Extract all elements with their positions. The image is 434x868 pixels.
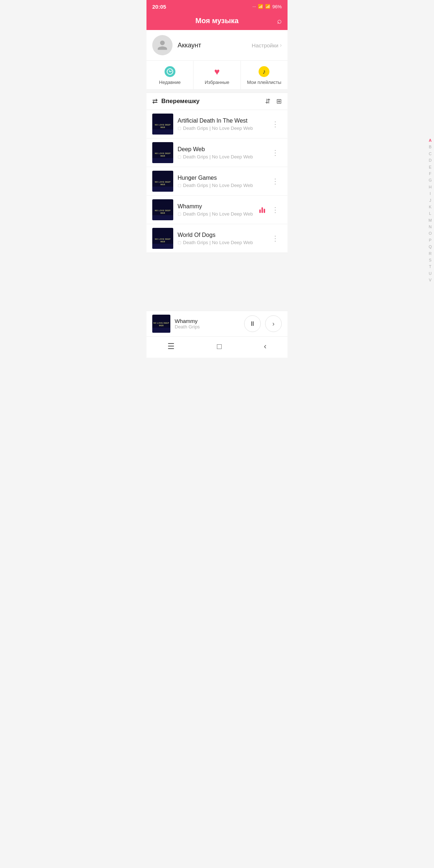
settings-link[interactable]: Настройки › xyxy=(252,42,282,48)
song-meta-text: Death Grips | No Love Deep Web xyxy=(183,125,253,131)
user-icon xyxy=(157,39,168,51)
music-note-icon: ♪ xyxy=(259,66,269,77)
song-meta-text: Death Grips | No Love Deep Web xyxy=(183,211,253,217)
avatar xyxy=(152,35,173,55)
recent-tab-label: Недавние xyxy=(159,80,181,85)
tab-playlists[interactable]: ♪ Мои плейлисты xyxy=(241,61,288,89)
playlists-tab-icon: ♪ xyxy=(258,66,270,77)
clock-icon xyxy=(165,66,175,77)
wifi-icon: 📶 xyxy=(258,4,263,9)
song-meta-icon: ▢ xyxy=(178,212,181,216)
now-playing-title: Whammy xyxy=(175,318,244,324)
song-artwork: NO LOVE DEEP WEB xyxy=(152,228,173,249)
song-meta-icon: ▢ xyxy=(178,154,181,159)
tab-recent[interactable]: Недавние xyxy=(146,61,193,89)
song-meta: ▢ Death Grips | No Love Deep Web xyxy=(178,183,269,188)
home-button[interactable]: □ xyxy=(210,340,229,353)
favorites-tab-icon: ♥ xyxy=(211,66,223,77)
song-more-button[interactable]: ⋮ xyxy=(269,147,282,158)
song-item-1[interactable]: NO LOVE DEEP WEB Artificial Death In The… xyxy=(146,110,288,139)
song-title: World Of Dogs xyxy=(178,232,269,238)
heart-icon: ♥ xyxy=(214,67,220,76)
menu-button[interactable]: ☰ xyxy=(160,340,182,353)
song-more-button[interactable]: ⋮ xyxy=(269,118,282,130)
signal-icon: 📶 xyxy=(265,4,271,9)
playing-indicator xyxy=(259,207,265,213)
search-icon[interactable]: ⌕ xyxy=(277,16,282,26)
song-more-button[interactable]: ⋮ xyxy=(269,233,282,244)
song-artwork: NO LOVE DEEP WEB xyxy=(152,114,173,135)
pause-button[interactable]: ⏸ xyxy=(244,315,261,332)
back-button[interactable]: ‹ xyxy=(256,340,273,353)
song-item-4[interactable]: NO LOVE DEEP WEB Whammy ▢ Death Grips | … xyxy=(146,196,288,224)
shuffle-icon[interactable]: ⇄ xyxy=(152,97,158,105)
shuffle-label: Вперемешку xyxy=(161,98,265,105)
sort-icon[interactable]: ⇵ xyxy=(265,97,271,105)
song-meta-text: Death Grips | No Love Deep Web xyxy=(183,240,253,245)
favorites-tab-label: Избранные xyxy=(205,80,229,85)
song-info: Artificial Death In The West ▢ Death Gri… xyxy=(178,118,269,131)
song-meta-icon: ▢ xyxy=(178,126,181,131)
account-name: Аккаунт xyxy=(178,42,252,49)
song-info: Deep Web ▢ Death Grips | No Love Deep We… xyxy=(178,146,269,159)
status-time: 20:05 xyxy=(152,4,166,10)
song-title: Deep Web xyxy=(178,146,269,153)
next-button[interactable]: › xyxy=(265,315,282,332)
account-section: Аккаунт Настройки › xyxy=(146,30,288,61)
battery-icon: 96% xyxy=(272,4,282,9)
song-item-5[interactable]: NO LOVE DEEP WEB World Of Dogs ▢ Death G… xyxy=(146,224,288,253)
song-title: Hunger Games xyxy=(178,175,269,181)
song-info: World Of Dogs ▢ Death Grips | No Love De… xyxy=(178,232,269,245)
song-title: Artificial Death In The West xyxy=(178,118,269,124)
app-header: Моя музыка ⌕ xyxy=(146,13,288,30)
song-artwork: NO LOVE DEEP WEB xyxy=(152,142,173,163)
recent-tab-icon xyxy=(164,66,176,77)
toolbar: ⇄ Вперемешку ⇵ ⊞ xyxy=(146,93,288,110)
song-more-button[interactable]: ⋮ xyxy=(269,204,282,216)
now-playing-info: Whammy Death Grips xyxy=(175,318,244,329)
song-meta: ▢ Death Grips | No Love Deep Web xyxy=(178,211,259,217)
grid-icon[interactable]: ⊞ xyxy=(276,97,282,105)
song-meta-icon: ▢ xyxy=(178,183,181,188)
song-meta-text: Death Grips | No Love Deep Web xyxy=(183,183,253,188)
song-info: Whammy ▢ Death Grips | No Love Deep Web xyxy=(178,203,259,217)
song-artwork: NO LOVE DEEP WEB xyxy=(152,199,173,220)
page-title: Моя музыка xyxy=(195,17,238,25)
battery-level: 96% xyxy=(272,4,282,9)
now-playing-artwork: NO LOVE DEEP WEB xyxy=(152,315,170,333)
now-playing-bar: NO LOVE DEEP WEB Whammy Death Grips ⏸ › xyxy=(146,311,288,336)
settings-label: Настройки xyxy=(252,42,278,48)
song-title: Whammy xyxy=(178,203,259,210)
song-info: Hunger Games ▢ Death Grips | No Love Dee… xyxy=(178,175,269,188)
song-meta: ▢ Death Grips | No Love Deep Web xyxy=(178,125,269,131)
playback-controls: ⏸ › xyxy=(244,315,282,332)
song-meta: ▢ Death Grips | No Love Deep Web xyxy=(178,240,269,245)
song-artwork: NO LOVE DEEP WEB xyxy=(152,171,173,192)
empty-space xyxy=(146,253,288,311)
song-meta-icon: ▢ xyxy=(178,240,181,245)
tab-favorites[interactable]: ♥ Избранные xyxy=(193,61,241,89)
chevron-right-icon: › xyxy=(280,42,282,48)
bottom-nav: ☰ □ ‹ xyxy=(146,336,288,358)
signal-dots-icon: ··· xyxy=(252,4,256,9)
song-meta-text: Death Grips | No Love Deep Web xyxy=(183,154,253,159)
status-icons: ··· 📶 📶 96% xyxy=(252,4,282,9)
song-item-3[interactable]: NO LOVE DEEP WEB Hunger Games ▢ Death Gr… xyxy=(146,167,288,196)
now-playing-artwork-text: NO LOVE DEEP WEB xyxy=(152,322,170,328)
playlists-tab-label: Мои плейлисты xyxy=(247,80,281,85)
now-playing-artist: Death Grips xyxy=(175,324,244,329)
song-item-2[interactable]: NO LOVE DEEP WEB Deep Web ▢ Death Grips … xyxy=(146,139,288,167)
status-bar: 20:05 ··· 📶 📶 96% xyxy=(146,0,288,13)
song-meta: ▢ Death Grips | No Love Deep Web xyxy=(178,154,269,159)
song-more-button[interactable]: ⋮ xyxy=(269,175,282,187)
song-list: NO LOVE DEEP WEB Artificial Death In The… xyxy=(146,110,288,253)
nav-tabs: Недавние ♥ Избранные ♪ Мои плейлисты xyxy=(146,61,288,90)
